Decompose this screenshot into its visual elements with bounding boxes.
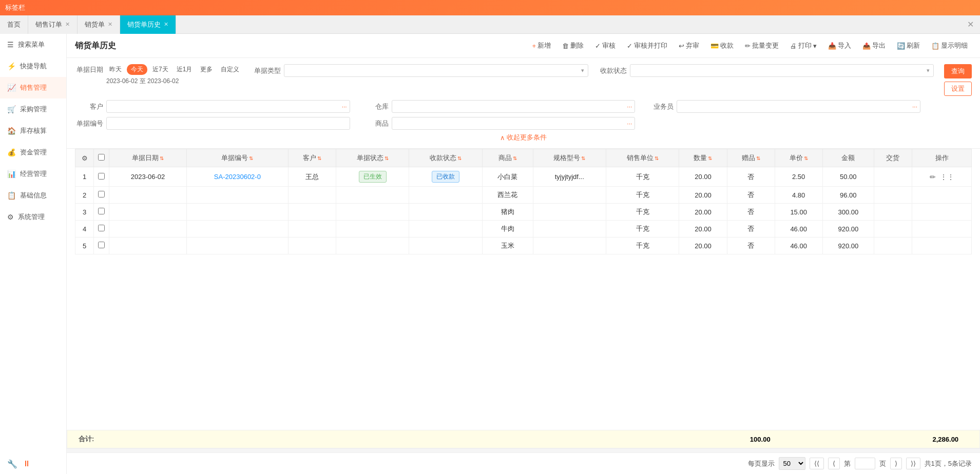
- cell-sales-unit-0: 千克: [606, 167, 679, 187]
- tab-sales-history[interactable]: 销货单历史 ✕: [120, 15, 176, 34]
- collapse-label: 收起更多条件: [507, 133, 547, 142]
- collapse-button[interactable]: ∧ 收起更多条件: [500, 133, 547, 142]
- cell-checkbox-4[interactable]: [94, 238, 109, 254]
- first-page-button[interactable]: ⟨⟨: [810, 458, 824, 469]
- doc-type-select[interactable]: [284, 64, 588, 77]
- cell-doc-no-0[interactable]: SA-20230602-0: [187, 167, 289, 187]
- date-tab-today[interactable]: 今天: [127, 64, 147, 75]
- date-tab-1month[interactable]: 近1月: [174, 64, 196, 75]
- date-tab-custom[interactable]: 自定义: [218, 64, 242, 75]
- print-button[interactable]: 🖨 打印 ▾: [786, 39, 821, 52]
- cell-action-1[interactable]: [912, 187, 972, 204]
- audit-print-button[interactable]: ✓ 审核并打印: [623, 39, 671, 52]
- cell-action-2[interactable]: [912, 204, 972, 221]
- customer-input[interactable]: [106, 100, 350, 113]
- sidebar-item-sys-mgmt[interactable]: ⚙ 系统管理: [0, 206, 66, 228]
- cell-customer-1: [288, 187, 336, 204]
- sidebar-item-inventory[interactable]: 🏠 库存核算: [0, 120, 66, 142]
- cell-checkbox-0[interactable]: [94, 167, 109, 187]
- doc-no-input[interactable]: [106, 117, 350, 130]
- date-tab-yesterday[interactable]: 昨天: [106, 64, 125, 75]
- th-sales-unit[interactable]: 销售单位 ⇅: [606, 149, 679, 167]
- prev-page-button[interactable]: ⟨: [828, 458, 840, 469]
- sidebar-item-sales-mgmt[interactable]: 📈 销售管理: [0, 77, 66, 98]
- more-icon-0[interactable]: ⋮⋮: [940, 173, 954, 181]
- cell-doc-no-3[interactable]: [187, 221, 289, 238]
- table-row: 3 猪肉 千克 20.00 否 15.00 300.00: [75, 204, 972, 221]
- next-page-button[interactable]: ⟩: [890, 458, 902, 469]
- customer-more-icon[interactable]: ···: [342, 103, 347, 110]
- th-doc-status-label: 单据状态: [357, 153, 383, 163]
- cell-gift-3: 否: [727, 221, 775, 238]
- th-customer[interactable]: 客户 ⇅: [288, 149, 336, 167]
- cell-action-4[interactable]: [912, 238, 972, 254]
- setting-button[interactable]: 设置: [944, 82, 972, 96]
- cell-doc-date-0: 2023-06-02: [109, 167, 187, 187]
- th-collect-status[interactable]: 收款状态 ⇅: [409, 149, 482, 167]
- th-doc-no[interactable]: 单据编号 ⇅: [187, 149, 289, 167]
- th-goods[interactable]: 商品 ⇅: [482, 149, 533, 167]
- show-detail-button[interactable]: 📋 显示明细: [927, 39, 972, 52]
- last-page-button[interactable]: ⟩⟩: [906, 458, 920, 469]
- sidebar-item-business[interactable]: 📊 经营管理: [0, 163, 66, 185]
- delete-label: 删除: [570, 41, 584, 50]
- cell-action-3[interactable]: [912, 221, 972, 238]
- sidebar-item-purchase-mgmt[interactable]: 🛒 采购管理: [0, 98, 66, 120]
- tab-sales-order[interactable]: 销售订单 ✕: [28, 15, 78, 34]
- cell-doc-no-1[interactable]: [187, 187, 289, 204]
- cell-action-0[interactable]: ✏⋮⋮: [912, 167, 972, 187]
- th-settings[interactable]: ⚙: [75, 149, 94, 167]
- new-button[interactable]: + 新增: [528, 39, 555, 52]
- cell-doc-no-2[interactable]: [187, 204, 289, 221]
- close-all-tabs[interactable]: ✕: [961, 19, 980, 29]
- page-title: 销货单历史: [75, 41, 116, 51]
- tab-sales-goods[interactable]: 销货单 ✕: [78, 15, 120, 34]
- tab-home[interactable]: 首页: [0, 15, 28, 34]
- th-doc-date-label: 单据日期: [132, 153, 159, 163]
- cell-doc-no-4[interactable]: [187, 238, 289, 254]
- goods-more-icon[interactable]: ···: [627, 120, 632, 127]
- staff-input[interactable]: [677, 100, 920, 113]
- th-doc-date[interactable]: 单据日期 ⇅: [109, 149, 187, 167]
- sidebar-item-search-menu[interactable]: ☰ 搜索菜单: [0, 34, 66, 55]
- warehouse-input[interactable]: [392, 100, 636, 113]
- sidebar-item-quick-nav[interactable]: ⚡ 快捷导航: [0, 55, 66, 77]
- close-sales-goods-tab[interactable]: ✕: [108, 21, 112, 28]
- date-tab-more[interactable]: 更多: [197, 64, 216, 75]
- th-doc-status[interactable]: 单据状态 ⇅: [336, 149, 409, 167]
- goods-input[interactable]: [392, 117, 636, 130]
- query-button[interactable]: 查询: [944, 64, 972, 78]
- export-button[interactable]: 📤 导出: [858, 39, 890, 52]
- collect-status-select[interactable]: [630, 64, 934, 77]
- close-sales-order-tab[interactable]: ✕: [65, 21, 70, 28]
- sidebar-item-finance[interactable]: 💰 资金管理: [0, 142, 66, 163]
- date-tab-7days[interactable]: 近7天: [149, 64, 171, 75]
- audit-button[interactable]: ✓ 审核: [591, 39, 620, 52]
- close-sales-history-tab[interactable]: ✕: [164, 21, 168, 28]
- import-button[interactable]: 📥 导入: [824, 39, 855, 52]
- refresh-button[interactable]: 🔄 刷新: [893, 39, 924, 52]
- collect-button[interactable]: 💳 收款: [706, 39, 738, 52]
- cell-collect-status-2: [409, 204, 482, 221]
- warehouse-more-icon[interactable]: ···: [627, 103, 632, 110]
- per-page-select[interactable]: 50 100: [779, 457, 805, 470]
- current-page-input[interactable]: 1: [855, 458, 875, 469]
- staff-more-icon[interactable]: ···: [912, 103, 917, 110]
- th-spec-type[interactable]: 规格型号 ⇅: [533, 149, 606, 167]
- cell-checkbox-3[interactable]: [94, 221, 109, 238]
- abandon-button[interactable]: ↩ 弃审: [675, 39, 703, 52]
- settings-icon[interactable]: ⚙: [82, 154, 88, 162]
- th-qty[interactable]: 数量 ⇅: [679, 149, 727, 167]
- select-all-checkbox[interactable]: [98, 154, 105, 161]
- th-unit-price[interactable]: 单价 ⇅: [775, 149, 822, 167]
- sidebar-pause-icon[interactable]: ⏸: [23, 459, 31, 469]
- sidebar-settings-icon[interactable]: 🔧: [7, 459, 17, 469]
- sidebar-item-base-info[interactable]: 📋 基础信息: [0, 185, 66, 206]
- horizontal-scrollbar[interactable]: [67, 448, 980, 452]
- cell-checkbox-1[interactable]: [94, 187, 109, 204]
- edit-icon-0[interactable]: ✏: [930, 173, 936, 181]
- th-gift[interactable]: 赠品 ⇅: [727, 149, 775, 167]
- cell-checkbox-2[interactable]: [94, 204, 109, 221]
- delete-button[interactable]: 🗑 删除: [558, 39, 588, 52]
- batch-change-button[interactable]: ✏ 批量变更: [741, 39, 783, 52]
